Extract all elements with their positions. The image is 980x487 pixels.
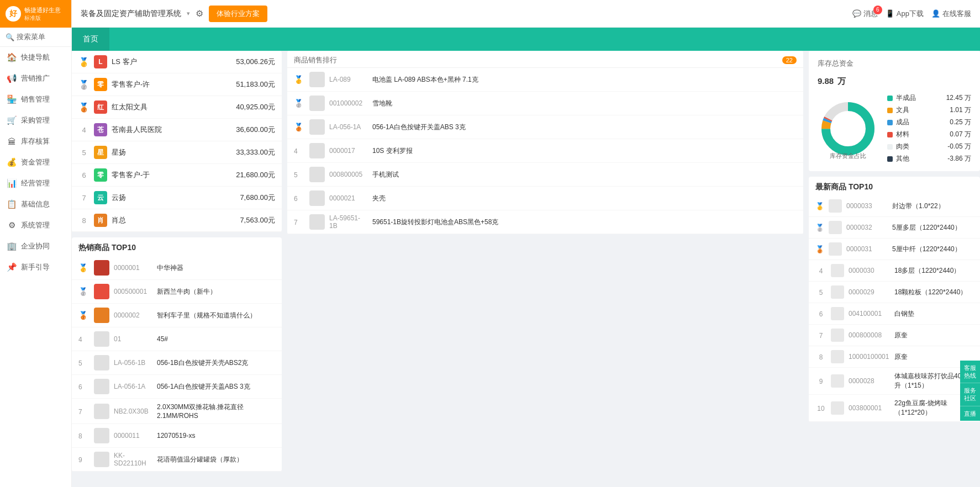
list-item[interactable]: 5 0000029 18颗粒板（1220*2440） bbox=[809, 282, 980, 303]
list-item[interactable]: 5 LA-056-1B 056-1B白色按键开关壳ABS2克 bbox=[72, 351, 282, 375]
finance-icon: 💰 bbox=[7, 157, 17, 167]
sidebar-item-operations[interactable]: 📊经营管理 bbox=[0, 173, 71, 194]
rank-number: 5 bbox=[78, 149, 89, 157]
table-row[interactable]: 8 肖 肖总 7,563.00元 bbox=[72, 209, 282, 232]
online-service-button[interactable]: 👤 在线客服 bbox=[931, 9, 971, 19]
list-item[interactable]: 🥉 LA-056-1A 056-1A白色按键开关盖ABS 3克 bbox=[287, 115, 803, 139]
product-name: 12070519-xs bbox=[157, 432, 275, 440]
product-image bbox=[309, 72, 325, 87]
product-code: 0000021 bbox=[329, 194, 368, 202]
sidebar-item-sales[interactable]: 🏪销售管理 bbox=[0, 89, 71, 110]
list-item[interactable]: 🥉 0000002 智利车子里（规格不知道填什么） bbox=[72, 304, 282, 327]
new-product-code: 10000100001 bbox=[849, 353, 890, 361]
table-row[interactable]: 🥇 L LS 客户 53,006.26元 bbox=[72, 51, 282, 73]
legend-name: 材料 bbox=[896, 130, 946, 139]
settings-button[interactable]: ⚙ bbox=[196, 8, 203, 19]
new-product-image bbox=[831, 285, 844, 299]
list-item[interactable]: 4 0000030 18多层（1220*2440） bbox=[809, 260, 980, 282]
sidebar-item-basics[interactable]: 📋基础信息 bbox=[0, 194, 71, 215]
table-row[interactable]: 5 星 星扬 33,333.00元 bbox=[72, 141, 282, 164]
list-item[interactable]: 🥈 001000002 雪地靴 bbox=[287, 92, 803, 115]
content-area: 🥇 L LS 客户 53,006.26元 🥈 零 零售客户-许 51,183.0… bbox=[72, 51, 980, 487]
search-menu[interactable]: 🔍 搜索菜单 bbox=[0, 28, 71, 47]
tab-home[interactable]: 首页 bbox=[72, 28, 109, 51]
sidebar-item-label: 企业协同 bbox=[21, 241, 50, 251]
sidebar-item-marketing[interactable]: 📢营销推广 bbox=[0, 68, 71, 89]
customer-name: 肖总 bbox=[112, 215, 235, 225]
messages-button[interactable]: 💬 消息 6 bbox=[852, 9, 878, 19]
list-item[interactable]: 🥈 000500001 新西兰牛肉（新牛） bbox=[72, 280, 282, 304]
customer-avatar: L bbox=[94, 55, 107, 68]
product-ranking-card: 商品销售排行 22 🥇 LA-089 电池盖 LA-089 ABS本色+黑种 7… bbox=[287, 51, 803, 234]
list-item[interactable]: 🥇 LA-089 电池盖 LA-089 ABS本色+黑种 7.1克 bbox=[287, 68, 803, 92]
list-item[interactable]: 6 LA-056-1A 056-1A白色按键开关盖ABS 3克 bbox=[72, 375, 282, 399]
product-name: 电池盖 LA-089 ABS本色+黑种 7.1克 bbox=[372, 75, 797, 84]
table-row[interactable]: 4 苍 苍南县人民医院 36,600.00元 bbox=[72, 119, 282, 141]
product-rank-icon: 🥈 bbox=[294, 99, 305, 108]
list-item[interactable]: 7 LA-59651-1B 59651-1B旋转投影灯电池盒ABS黑色+58克 bbox=[287, 210, 803, 234]
list-item[interactable]: 🥇 0000033 封边带（1.0*22） bbox=[809, 195, 980, 217]
company-icon: 🏢 bbox=[7, 241, 17, 251]
product-image bbox=[94, 331, 109, 347]
new-products-title: 最新商品 TOP10 bbox=[809, 177, 980, 195]
list-item[interactable]: 8 10000100001 原奎 bbox=[809, 346, 980, 368]
quick-nav-icon: 🏠 bbox=[7, 52, 17, 62]
new-product-name: 封边带（1.0*22） bbox=[892, 202, 973, 211]
sidebar-item-guide[interactable]: 📌新手引导 bbox=[0, 257, 71, 278]
table-row[interactable]: 🥉 红 红太阳文具 40,925.00元 bbox=[72, 96, 282, 119]
list-item[interactable]: 5 000800005 手机测试 bbox=[287, 163, 803, 187]
table-row[interactable]: 7 云 云扬 7,680.00元 bbox=[72, 187, 282, 209]
table-row[interactable]: 6 零 零售客户-于 21,680.00元 bbox=[72, 164, 282, 187]
customer-avatar: 红 bbox=[94, 100, 107, 114]
experience-button[interactable]: 体验行业方案 bbox=[209, 6, 267, 22]
new-products-list: 🥇 0000033 封边带（1.0*22） 🥈 0000032 5厘多层（122… bbox=[809, 195, 980, 422]
sidebar-item-label: 销售管理 bbox=[21, 94, 50, 104]
sidebar-item-system[interactable]: ⚙系统管理 bbox=[0, 215, 71, 236]
float-button[interactable]: 直播 bbox=[960, 406, 980, 421]
product-name: 056-1B白色按键开关壳ABS2克 bbox=[157, 358, 275, 368]
list-item[interactable]: 10 003800001 22g鱼豆腐-烧烤味（1*12*20） bbox=[809, 395, 980, 422]
sidebar-item-quick-nav[interactable]: 🏠快捷导航 bbox=[0, 47, 71, 68]
hot-products-list: 🥇 0000001 中华神器 🥈 000500001 新西兰牛肉（新牛） 🥉 0… bbox=[72, 256, 282, 472]
list-item[interactable]: 4 0000017 10S 变利罗报 bbox=[287, 139, 803, 163]
rank-number: 8 bbox=[78, 216, 89, 225]
list-item[interactable]: 9 0000028 体城嘉枝味苏打饮品400毫升（1*15） bbox=[809, 368, 980, 395]
sidebar-item-purchase[interactable]: 🛒采购管理 bbox=[0, 110, 71, 131]
customer-amount: 53,006.26元 bbox=[236, 57, 275, 67]
customer-name: 零售客户-于 bbox=[112, 170, 231, 180]
app-download-button[interactable]: 📱 App下载 bbox=[886, 9, 924, 19]
new-product-code: 000800008 bbox=[849, 331, 890, 339]
new-product-code: 004100001 bbox=[849, 310, 890, 317]
hot-products-title: 热销商品 TOP10 bbox=[72, 237, 282, 256]
new-product-image bbox=[829, 221, 842, 234]
list-item[interactable]: 4 01 45# bbox=[72, 327, 282, 351]
list-item[interactable]: 🥇 0000001 中华神器 bbox=[72, 256, 282, 280]
table-row[interactable]: 🥈 零 零售客户-许 51,183.00元 bbox=[72, 73, 282, 96]
sidebar-item-inventory[interactable]: 🏛库存核算 bbox=[0, 131, 71, 152]
system-icon: ⚙ bbox=[7, 220, 17, 230]
list-item[interactable]: 8 0000011 12070519-xs bbox=[72, 424, 282, 448]
customer-avatar: 星 bbox=[94, 146, 107, 159]
sidebar-item-label: 系统管理 bbox=[21, 220, 50, 230]
float-button[interactable]: 客服热线 bbox=[960, 361, 980, 384]
system-dropdown-arrow[interactable]: ▾ bbox=[187, 10, 190, 17]
new-product-code: 0000028 bbox=[849, 377, 890, 385]
list-item[interactable]: 9 KK-SD22110H 花语萌值温分罐罐袋（厚款） bbox=[72, 448, 282, 472]
list-item[interactable]: 6 0000021 夹壳 bbox=[287, 187, 803, 210]
new-product-image bbox=[829, 242, 842, 256]
new-product-name: 白钢垫 bbox=[894, 309, 973, 319]
product-rank-icon: 6 bbox=[294, 194, 305, 203]
donut-chart: 库存资金占比 bbox=[818, 98, 878, 159]
list-item[interactable]: 7 NB2.0X30B 2.0X30MM双捶花轴.捶花直径2.1MM/ROHS bbox=[72, 399, 282, 424]
new-product-name: 5厘中纤（1220*2440） bbox=[892, 245, 973, 254]
sidebar-item-label: 经营管理 bbox=[21, 178, 50, 188]
customer-amount: 51,183.00元 bbox=[236, 80, 275, 89]
list-item[interactable]: 6 004100001 白钢垫 bbox=[809, 303, 980, 325]
sidebar-item-finance[interactable]: 💰资金管理 bbox=[0, 152, 71, 173]
list-item[interactable]: 🥈 0000032 5厘多层（1220*2440） bbox=[809, 217, 980, 239]
list-item[interactable]: 7 000800008 原奎 bbox=[809, 325, 980, 346]
float-button[interactable]: 服务社区 bbox=[960, 383, 980, 406]
product-code: LA-59651-1B bbox=[329, 214, 368, 230]
list-item[interactable]: 🥉 0000031 5厘中纤（1220*2440） bbox=[809, 239, 980, 260]
sidebar-item-company[interactable]: 🏢企业协同 bbox=[0, 236, 71, 257]
